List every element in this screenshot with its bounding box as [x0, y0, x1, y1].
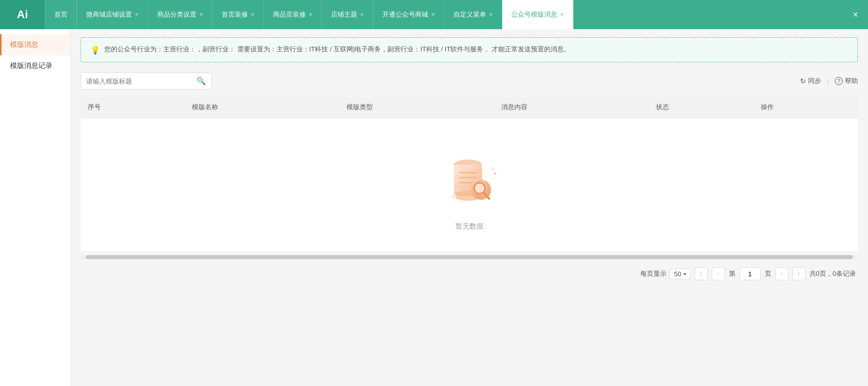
- table-col-content: 消息内容: [494, 97, 649, 118]
- first-page-icon: ⟨: [700, 270, 702, 277]
- empty-row: 暂无数据: [81, 118, 858, 252]
- sync-button[interactable]: ↻ 同步: [800, 76, 821, 86]
- table-col-action: 操作: [754, 97, 858, 118]
- pagination-row: 每页显示 50 ▾ ⟨ ‹ 第 页 › ⟩ 共0页，0条记录: [81, 263, 858, 284]
- next-page-icon: ›: [781, 270, 783, 277]
- nav-tab-1[interactable]: 微商城店铺设置 ×: [77, 0, 148, 29]
- toolbar-divider: |: [827, 78, 829, 85]
- search-bar-row: 🔍 ↻ 同步 | ? 帮助: [81, 72, 858, 90]
- next-page-button[interactable]: ›: [775, 267, 788, 280]
- help-button[interactable]: ? 帮助: [835, 76, 858, 86]
- table-col-status: 状态: [649, 97, 753, 118]
- tab-close-icon-1[interactable]: ×: [135, 11, 139, 18]
- table-col-index: 序号: [81, 97, 185, 118]
- content-area: 💡 您的公众号行业为：主营行业：，副营行业： 需要设置为：主营行业：IT科技 /…: [71, 29, 868, 386]
- tab-close-icon-8[interactable]: ×: [560, 11, 564, 18]
- empty-state: 暂无数据: [81, 118, 858, 251]
- last-page-icon: ⟩: [797, 270, 800, 277]
- tab-close-icon-3[interactable]: ×: [251, 11, 254, 18]
- window-close-button[interactable]: ×: [843, 10, 868, 20]
- toolbar-right: ↻ 同步 | ? 帮助: [800, 76, 858, 86]
- sidebar-item-0[interactable]: 模版消息: [0, 34, 70, 55]
- main-layout: 模版消息模版消息记录 💡 您的公众号行业为：主营行业：，副营行业： 需要设置为：…: [0, 29, 868, 386]
- table-col-name: 模版名称: [185, 97, 340, 118]
- nav-tab-8[interactable]: 公众号模版消息 ×: [502, 0, 573, 29]
- nav-tab-6[interactable]: 开通公众号商城 ×: [373, 0, 444, 29]
- tab-close-icon-2[interactable]: ×: [199, 11, 203, 18]
- svg-point-12: [452, 194, 456, 198]
- notice-icon: 💡: [90, 45, 100, 55]
- last-page-button[interactable]: ⟩: [792, 267, 806, 280]
- tab-close-icon-6[interactable]: ×: [431, 11, 435, 18]
- page-suffix-label: 页: [765, 269, 771, 278]
- sidebar: 模版消息模版消息记录: [0, 29, 71, 386]
- empty-illustration: [437, 148, 502, 214]
- search-icon[interactable]: 🔍: [196, 76, 206, 86]
- page-prefix-label: 第: [729, 269, 736, 278]
- page-size-label: 每页显示: [640, 269, 666, 278]
- sync-icon: ↻: [800, 77, 806, 85]
- nav-tab-7[interactable]: 自定义菜单 ×: [444, 0, 502, 29]
- help-icon: ?: [835, 77, 843, 85]
- table-header-row: 序号模版名称模版类型消息内容状态操作: [81, 97, 858, 118]
- app-logo: Ai: [0, 0, 45, 29]
- page-size-select: 每页显示 50 ▾: [640, 269, 690, 279]
- svg-point-11: [494, 173, 496, 175]
- nav-tab-4[interactable]: 商品页装修 ×: [264, 0, 322, 29]
- tab-close-icon-5[interactable]: ×: [360, 11, 364, 18]
- search-input-wrap: 🔍: [81, 72, 212, 90]
- table-scroll-thumb: [86, 255, 853, 259]
- nav-tab-3[interactable]: 首页装修 ×: [213, 0, 264, 29]
- search-input[interactable]: [86, 78, 196, 85]
- nav-tab-2[interactable]: 商品分类设置 ×: [148, 0, 213, 29]
- table-scrollbar[interactable]: [81, 255, 858, 259]
- tab-close-icon-7[interactable]: ×: [489, 11, 493, 18]
- nav-tab-5[interactable]: 店铺主题 ×: [322, 0, 373, 29]
- table-col-type: 模版类型: [340, 97, 494, 118]
- svg-point-10: [491, 167, 494, 170]
- tab-close-icon-4[interactable]: ×: [309, 11, 312, 18]
- page-size-value: 50: [674, 270, 681, 278]
- empty-text: 暂无数据: [455, 222, 484, 231]
- notice-text: 您的公众号行业为：主营行业：，副营行业： 需要设置为：主营行业：IT科技 / 互…: [104, 45, 570, 54]
- total-info: 共0页，0条记录: [810, 269, 856, 278]
- prev-page-icon: ‹: [717, 270, 719, 277]
- chevron-down-icon: ▾: [684, 271, 686, 277]
- data-table: 序号模版名称模版类型消息内容状态操作: [81, 97, 858, 251]
- notice-box: 💡 您的公众号行业为：主营行业：，副营行业： 需要设置为：主营行业：IT科技 /…: [81, 37, 858, 62]
- first-page-button[interactable]: ⟨: [695, 267, 708, 280]
- nav-tab-0[interactable]: 首页: [45, 0, 77, 29]
- top-nav: Ai 首页微商城店铺设置 ×商品分类设置 ×首页装修 ×商品页装修 ×店铺主题 …: [0, 0, 868, 29]
- prev-page-button[interactable]: ‹: [712, 267, 725, 280]
- page-size-dropdown[interactable]: 50 ▾: [670, 269, 690, 279]
- nav-tabs: 首页微商城店铺设置 ×商品分类设置 ×首页装修 ×商品页装修 ×店铺主题 ×开通…: [45, 0, 843, 29]
- page-number-input[interactable]: [740, 267, 761, 280]
- sidebar-item-1[interactable]: 模版消息记录: [0, 55, 70, 76]
